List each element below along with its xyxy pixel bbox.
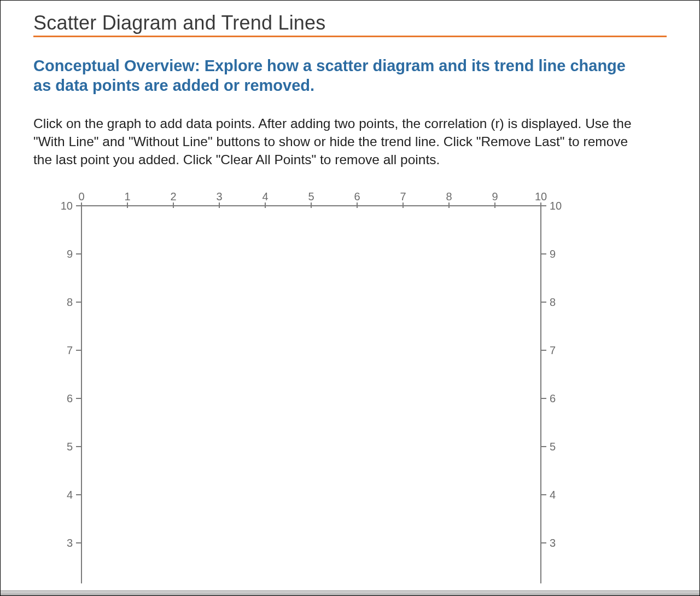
y-tick-label-right: 9 bbox=[550, 248, 556, 260]
y-tick-label-left: 6 bbox=[67, 392, 73, 404]
y-tick-label-right: 4 bbox=[550, 489, 556, 501]
y-tick-label-left: 9 bbox=[67, 248, 73, 260]
x-tick-label: 7 bbox=[400, 190, 406, 202]
bottom-scrollbar-fragment bbox=[1, 591, 699, 595]
x-tick-label: 5 bbox=[308, 190, 314, 202]
x-tick-label: 8 bbox=[446, 190, 452, 202]
instructions-text: Click on the graph to add data points. A… bbox=[33, 114, 646, 169]
x-tick-label: 3 bbox=[216, 190, 222, 202]
y-tick-label-right: 8 bbox=[550, 296, 556, 308]
y-tick-label-left: 7 bbox=[67, 344, 73, 356]
page-title: Scatter Diagram and Trend Lines bbox=[33, 11, 667, 37]
x-tick-label: 4 bbox=[262, 190, 268, 202]
x-tick-label: 6 bbox=[354, 190, 360, 202]
x-tick-label: 10 bbox=[535, 190, 547, 202]
y-tick-label-left: 5 bbox=[67, 441, 73, 453]
page: Scatter Diagram and Trend Lines Conceptu… bbox=[0, 0, 700, 596]
y-tick-label-right: 7 bbox=[550, 344, 556, 356]
y-tick-label-right: 10 bbox=[550, 200, 562, 212]
y-tick-label-left: 8 bbox=[67, 296, 73, 308]
y-tick-label-right: 3 bbox=[550, 537, 556, 549]
y-tick-label-left: 4 bbox=[67, 489, 73, 501]
y-tick-label-right: 5 bbox=[550, 441, 556, 453]
scatter-chart: 0 1 2 3 4 5 6 7 8 9 10 bbox=[49, 189, 667, 583]
x-tick-label: 9 bbox=[492, 190, 498, 202]
y-tick-label-left: 10 bbox=[61, 200, 73, 212]
x-tick-label: 2 bbox=[170, 190, 176, 202]
scatter-plot-area[interactable] bbox=[81, 206, 541, 583]
y-tick-label-right: 6 bbox=[550, 392, 556, 404]
scatter-chart-svg: 0 1 2 3 4 5 6 7 8 9 10 bbox=[49, 189, 596, 583]
x-tick-label: 0 bbox=[78, 190, 84, 202]
y-tick-label-left: 3 bbox=[67, 537, 73, 549]
conceptual-overview-heading: Conceptual Overview: Explore how a scatt… bbox=[33, 56, 635, 96]
x-tick-label: 1 bbox=[124, 190, 130, 202]
